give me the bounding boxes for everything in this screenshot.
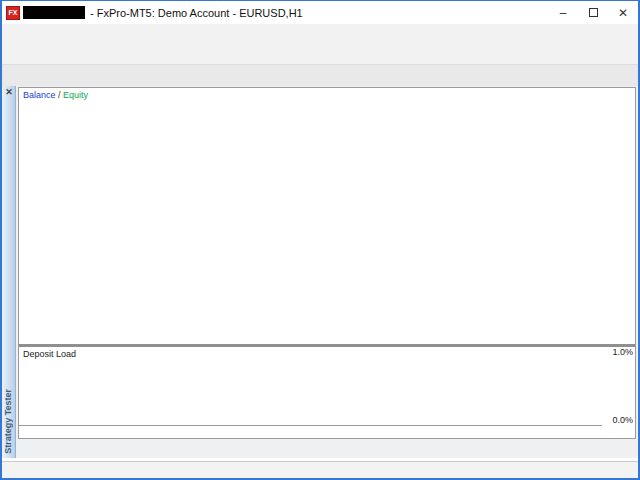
window-controls: – ✕ — [548, 1, 638, 24]
strategy-tester-panel: ✕ Strategy Tester Balance / Equity Depos… — [2, 86, 638, 458]
chart-legend: Balance / Equity — [23, 90, 88, 100]
toolbar — [2, 42, 638, 65]
title-bar: FX - FxPro-MT5: Demo Account - EURUSD,H1… — [2, 1, 638, 24]
fxpro-logo-icon: FX — [6, 6, 20, 20]
maximize-button[interactable] — [578, 1, 608, 24]
tester-close-icon[interactable]: ✕ — [2, 87, 16, 97]
legend-equity: Equity — [63, 90, 88, 100]
strategy-tester-label: Strategy Tester — [3, 389, 13, 454]
legend-balance: Balance — [23, 90, 56, 100]
deposit-max-label: 1.0% — [612, 347, 633, 357]
redacted-account-name — [23, 6, 85, 19]
maximize-icon — [589, 8, 598, 17]
tester-content: Balance / Equity Deposit Load 1.0% 0.0% — [17, 86, 637, 458]
x-axis — [19, 425, 602, 438]
deposit-load-chart[interactable]: Deposit Load 1.0% 0.0% — [19, 347, 635, 425]
deposit-chart-svg — [19, 347, 602, 425]
chart-tab-bar — [2, 65, 638, 86]
minimize-button[interactable]: – — [548, 1, 578, 24]
window-title: - FxPro-MT5: Demo Account - EURUSD,H1 — [90, 7, 303, 19]
mt5-window: FX - FxPro-MT5: Demo Account - EURUSD,H1… — [0, 0, 640, 480]
tester-tab-bar — [18, 440, 636, 458]
balance-chart-svg — [19, 88, 602, 344]
status-bar — [2, 461, 638, 478]
close-button[interactable]: ✕ — [608, 1, 638, 24]
strategy-tester-strip: ✕ Strategy Tester — [2, 86, 16, 458]
y-axis — [602, 88, 635, 344]
balance-equity-chart[interactable]: Balance / Equity — [19, 88, 635, 344]
menu-bar — [2, 24, 638, 42]
graph-box: Balance / Equity Deposit Load 1.0% 0.0% — [18, 87, 636, 439]
deposit-min-label: 0.0% — [612, 415, 633, 425]
deposit-load-label: Deposit Load — [23, 349, 76, 359]
legend-separator: / — [56, 90, 64, 100]
